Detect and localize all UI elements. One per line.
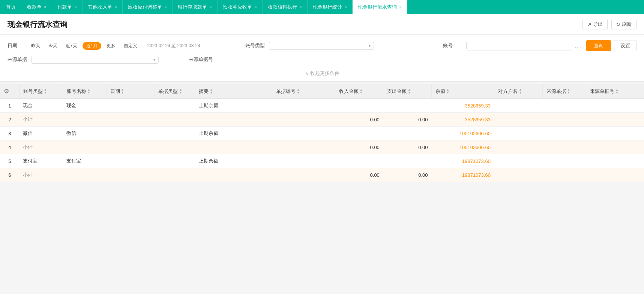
close-icon[interactable]: × <box>74 4 77 10</box>
close-icon[interactable]: × <box>209 4 212 10</box>
sort-arrows: ▲▼ <box>297 88 300 94</box>
close-icon[interactable]: × <box>399 4 402 10</box>
td-doc-type <box>155 140 195 154</box>
td-counterparty <box>494 154 543 168</box>
td-expense: 0.00 <box>383 113 432 127</box>
nav-tab-yinhangcunqu[interactable]: 银行存取款单 × <box>173 0 218 14</box>
nav-tab-yushouchong[interactable]: 预收冲应收单 × <box>218 0 263 14</box>
more-dots[interactable]: ... <box>575 42 582 49</box>
nav-tab-shoukuanhexiao[interactable]: 收款核销执行 × <box>263 0 308 14</box>
nav-tab-xianjinyinhang-ls[interactable]: 现金银行流水查询 × <box>353 0 407 14</box>
nav-tab-shoukuandan[interactable]: 收款单 × <box>22 0 52 14</box>
collapse-up-icon: ∧ <box>305 71 309 76</box>
nav-tab-fukuandan[interactable]: 付款单 × <box>52 0 83 14</box>
sort-doc-type[interactable]: 单据类型 ▲▼ <box>158 88 182 95</box>
filter-row-2: 来源单据 ▾ 来源单据号 <box>8 55 636 64</box>
sort-acct-name[interactable]: 账号名称 ▲▼ <box>67 88 90 95</box>
td-doc-type <box>155 113 195 127</box>
sort-src-doc-no[interactable]: 来源单据号 ▲▼ <box>590 88 618 95</box>
export-button[interactable]: ↗ 导出 <box>582 19 608 30</box>
account-filter-group: 账号 ... 查询 设置 <box>443 40 636 51</box>
close-icon[interactable]: × <box>254 4 257 10</box>
td-acct-name <box>63 168 106 182</box>
date-label: 日期 <box>8 42 28 49</box>
close-icon[interactable]: × <box>299 4 302 10</box>
td-src-doc-no <box>586 168 644 182</box>
td-index: 2 <box>0 113 19 127</box>
source-doc-no-input[interactable] <box>218 57 368 62</box>
sort-src-doc[interactable]: 来源单据 ▲▼ <box>546 88 570 95</box>
source-doc-filter-group: 来源单据 ▾ <box>8 56 159 64</box>
td-summary: 上期余额 <box>195 154 272 168</box>
sort-arrows: ▲▼ <box>519 88 522 94</box>
table-row: 4 小计 0.00 0.00 100102606.60 <box>0 140 644 154</box>
nav-tab-xianjinyinhang-tj[interactable]: 现金银行统计 × <box>308 0 353 14</box>
account-label: 账号 <box>443 42 464 49</box>
source-doc-select[interactable]: ▾ <box>31 56 159 64</box>
td-doc-no <box>272 168 335 182</box>
sort-doc-no[interactable]: 单据编号 ▲▼ <box>276 88 300 95</box>
td-doc-no <box>272 99 335 113</box>
sort-summary[interactable]: 摘要 ▲▼ <box>199 88 213 95</box>
td-index: 6 <box>0 168 19 182</box>
sort-arrows: ▲▼ <box>446 88 449 94</box>
gear-icon[interactable]: ⚙ <box>4 88 9 94</box>
date-opt-more[interactable]: 更多 <box>104 42 119 50</box>
td-src-doc-no <box>586 99 644 113</box>
td-summary <box>195 140 272 154</box>
td-expense <box>383 154 432 168</box>
sort-arrows: ▲▼ <box>567 88 570 94</box>
td-balance: 19871073.60 <box>432 168 494 182</box>
th-income: 收入金额 ▲▼ <box>335 84 383 99</box>
nav-tab-yingshouyingfu[interactable]: 应收应付调整单 × <box>123 0 173 14</box>
td-acct-name: 支付宝 <box>63 154 106 168</box>
close-icon[interactable]: × <box>114 4 117 10</box>
sort-arrows: ▲▼ <box>360 88 363 94</box>
td-date <box>106 168 155 182</box>
source-doc-label: 来源单据 <box>8 56 28 63</box>
top-navigation: 首页 收款单 × 付款单 × 其他收入单 × 应收应付调整单 × 银行存取款单 … <box>0 0 644 14</box>
close-icon[interactable]: × <box>164 4 167 10</box>
date-opt-today[interactable]: 今天 <box>45 42 60 50</box>
td-doc-no <box>272 127 335 140</box>
close-icon[interactable]: × <box>344 4 347 10</box>
td-counterparty <box>494 99 543 113</box>
filter-section: 日期 昨天 今天 近7天 近1月 更多 自定义 2023-02-24 至 202… <box>0 35 644 82</box>
date-opt-custom[interactable]: 自定义 <box>121 42 140 50</box>
td-acct-type: 现金 <box>19 99 63 113</box>
refresh-button[interactable]: ↻ 刷新 <box>611 19 636 30</box>
sort-date[interactable]: 日期 ▲▼ <box>110 88 124 95</box>
close-icon[interactable]: × <box>44 4 47 10</box>
td-expense <box>383 127 432 140</box>
nav-tab-qitashouru[interactable]: 其他收入单 × <box>83 0 123 14</box>
td-counterparty <box>494 168 543 182</box>
td-balance: 100102606.60 <box>432 140 494 154</box>
date-opt-1month[interactable]: 近1月 <box>83 42 102 50</box>
sort-balance[interactable]: 余额 ▲▼ <box>435 88 449 95</box>
table-row: 3 微信 微信 上期余额 100102606.60 <box>0 127 644 140</box>
account-input[interactable] <box>467 42 531 49</box>
sort-expense[interactable]: 支出金额 ▲▼ <box>387 88 411 95</box>
th-balance: 余额 ▲▼ <box>432 84 494 99</box>
date-opt-7days[interactable]: 近7天 <box>63 42 80 50</box>
td-src-doc-no <box>586 127 644 140</box>
query-button[interactable]: 查询 <box>586 40 611 51</box>
td-date <box>106 99 155 113</box>
td-doc-type <box>155 154 195 168</box>
source-doc-no-input-wrap <box>218 55 368 64</box>
account-type-select[interactable]: ▾ <box>269 42 374 50</box>
th-expense: 支出金额 ▲▼ <box>383 84 432 99</box>
td-balance: -3528659.33 <box>432 113 494 127</box>
td-index: 4 <box>0 140 19 154</box>
sort-acct-type[interactable]: 账号类型 ▲▼ <box>23 88 47 95</box>
td-summary: 上期余额 <box>195 99 272 113</box>
collapse-bar[interactable]: ∧ 收起更多条件 <box>8 68 636 78</box>
date-opt-yesterday[interactable]: 昨天 <box>28 42 43 50</box>
th-settings[interactable]: ⚙ <box>0 84 19 99</box>
nav-home[interactable]: 首页 <box>0 0 22 14</box>
settings-button[interactable]: 设置 <box>614 40 636 51</box>
th-doc-no: 单据编号 ▲▼ <box>272 84 335 99</box>
sort-counterparty[interactable]: 对方户名 ▲▼ <box>498 88 522 95</box>
sort-arrows: ▲▼ <box>179 88 182 94</box>
sort-income[interactable]: 收入金额 ▲▼ <box>339 88 363 95</box>
